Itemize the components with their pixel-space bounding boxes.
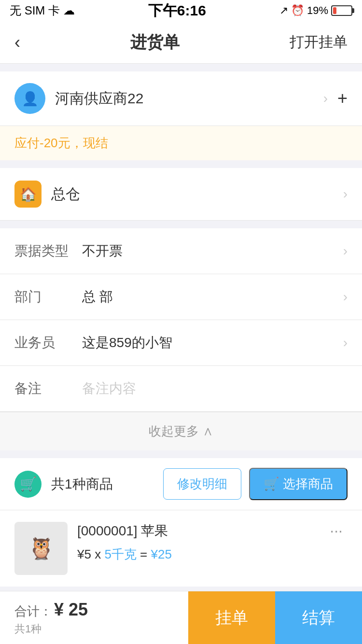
form-row-salesperson[interactable]: 业务员 这是859的小智 › [0, 320, 362, 366]
battery-fill [333, 7, 336, 14]
product-count: 共1种商品 [51, 475, 163, 493]
section-divider-1 [0, 64, 362, 71]
warehouse-row[interactable]: 🏠 总仓 › [0, 168, 362, 221]
status-bar: 无 SIM 卡 ☁ 下午6:16 ↗ ⏰ 19% [0, 0, 362, 21]
select-product-label: 选择商品 [283, 476, 333, 492]
product-price: ¥5 x 5千克 = ¥25 [77, 546, 325, 563]
product-unit-price: ¥5 [77, 547, 91, 561]
supplier-avatar: 👤 [14, 83, 45, 114]
section-divider-4 [0, 450, 362, 458]
product-section: 🛒 共1种商品 修改明细 🛒 选择商品 🦉 [0000001] 苹果 ¥5 x … [0, 458, 362, 587]
notice-text: 应付-20元，现结 [14, 136, 108, 150]
dept-chevron-icon: › [343, 289, 348, 305]
hang-button[interactable]: 挂单 [188, 591, 275, 644]
form-key-dept: 部门 [14, 288, 82, 306]
settle-label: 结算 [302, 607, 335, 629]
product-code: [0000001] [77, 523, 138, 538]
product-thumb-logo: 🦉 [28, 536, 55, 561]
add-button[interactable]: + [337, 88, 348, 109]
form-row-remark[interactable]: 备注 备注内容 [0, 366, 362, 412]
product-header: 🛒 共1种商品 修改明细 🛒 选择商品 [0, 458, 362, 510]
notice-banner: 应付-20元，现结 [0, 126, 362, 160]
product-item: 🦉 [0000001] 苹果 ¥5 x 5千克 = ¥25 ··· [0, 510, 362, 587]
product-more-button[interactable]: ··· [325, 522, 348, 540]
form-key-sales: 业务员 [14, 334, 82, 352]
supplier-section: 👤 河南供应商22 › + 应付-20元，现结 [0, 71, 362, 160]
hang-label: 挂单 [215, 607, 248, 629]
status-right: ↗ ⏰ 19% [279, 4, 352, 17]
product-name: [0000001] 苹果 [77, 522, 325, 540]
total-label: 合计： [14, 603, 52, 620]
form-section: 票据类型 不开票 › 部门 总 部 › 业务员 这是859的小智 › 备注 备注… [0, 228, 362, 450]
product-equals: = [140, 547, 151, 561]
form-val-dept: 总 部 [82, 288, 343, 306]
form-val-invoice: 不开票 [82, 242, 343, 260]
product-info: [0000001] 苹果 ¥5 x 5千克 = ¥25 [77, 522, 325, 563]
nav-bar: ‹ 进货单 打开挂单 [0, 21, 362, 64]
settle-button[interactable]: 结算 [275, 591, 362, 644]
cart-icon: 🛒 [14, 471, 42, 498]
invoice-chevron-icon: › [343, 243, 348, 259]
section-divider-2 [0, 160, 362, 168]
open-pending-button[interactable]: 打开挂单 [290, 32, 348, 52]
warehouse-icon: 🏠 [14, 181, 42, 208]
collapse-bar[interactable]: 收起更多 ∧ [0, 412, 362, 450]
form-placeholder-remark[interactable]: 备注内容 [82, 379, 348, 398]
alarm-icon: ⏰ [291, 4, 304, 17]
warehouse-section: 🏠 总仓 › [0, 168, 362, 221]
supplier-row[interactable]: 👤 河南供应商22 › + [0, 71, 362, 126]
bottom-bar: 合计： ¥ 25 共1种 挂单 结算 [0, 591, 362, 644]
product-total: ¥25 [151, 547, 172, 561]
form-key-remark: 备注 [14, 379, 82, 398]
location-icon: ↗ [279, 4, 288, 17]
supplier-name: 河南供应商22 [55, 89, 323, 109]
sim-text: 无 SIM 卡 ☁ [10, 3, 75, 18]
total-sub: 共1种 [14, 622, 188, 636]
warehouse-name: 总仓 [51, 184, 343, 204]
form-key-invoice: 票据类型 [14, 242, 82, 260]
product-thumbnail: 🦉 [14, 522, 68, 575]
battery-icon [331, 5, 352, 16]
edit-detail-button[interactable]: 修改明细 [163, 468, 241, 500]
total-amount: ¥ 25 [54, 600, 88, 620]
supplier-chevron-icon: › [323, 91, 328, 106]
form-row-department[interactable]: 部门 总 部 › [0, 274, 362, 320]
product-multiply: x [95, 547, 104, 561]
page-title: 进货单 [130, 31, 180, 54]
back-button[interactable]: ‹ [14, 32, 20, 53]
status-left: 无 SIM 卡 ☁ [10, 3, 75, 18]
select-product-icon: 🛒 [264, 476, 279, 491]
form-row-invoice-type[interactable]: 票据类型 不开票 › [0, 228, 362, 274]
product-title: 苹果 [141, 523, 168, 538]
form-val-sales: 这是859的小智 [82, 334, 343, 352]
select-product-button[interactable]: 🛒 选择商品 [249, 468, 348, 500]
avatar-icon: 👤 [22, 91, 39, 107]
battery-text: 19% [307, 4, 328, 17]
sales-chevron-icon: › [343, 335, 348, 350]
product-qty: 5千克 [104, 547, 136, 561]
section-divider-3 [0, 221, 362, 228]
warehouse-chevron-icon: › [343, 186, 348, 202]
total-section: 合计： ¥ 25 共1种 [0, 591, 188, 644]
status-time: 下午6:16 [148, 1, 206, 21]
